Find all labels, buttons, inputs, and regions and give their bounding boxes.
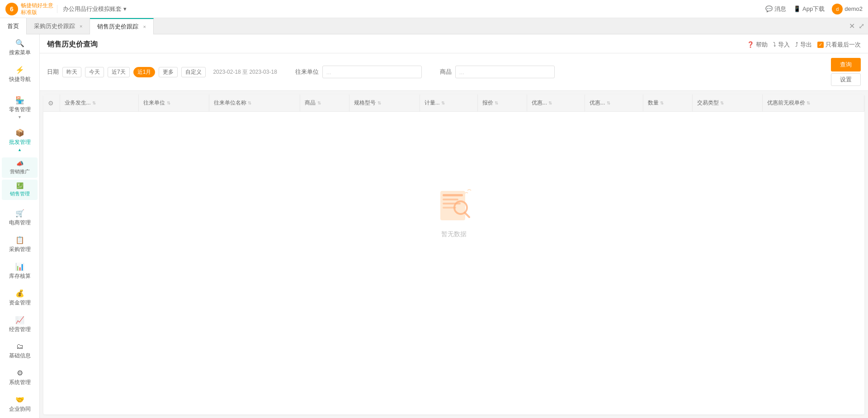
th-biz-date-label: 业务发生... <box>65 100 91 106</box>
app-download-button[interactable]: 📱 App下载 <box>793 5 825 13</box>
table-settings-icon[interactable]: ⚙ <box>48 100 54 107</box>
sidebar-item-finance[interactable]: 💰 资金管理 <box>2 285 38 310</box>
export-button[interactable]: ⤴ 导出 <box>795 41 812 49</box>
tab-purchase-close-btn[interactable]: × <box>80 24 82 29</box>
inventory-icon: 📊 <box>15 262 24 271</box>
sales-icon: 💹 <box>16 182 24 189</box>
last-once-checkbox[interactable]: ✓ 只看最后一次 <box>817 41 861 49</box>
th-discount2: 优惠... ⇅ <box>585 95 643 112</box>
sort-icon-price[interactable]: ⇅ <box>495 100 498 105</box>
cooperation-icon: 🤝 <box>15 395 24 404</box>
sidebar-item-wholesale[interactable]: 📦 批发管理 ▲ <box>2 125 38 156</box>
sidebar-item-inventory[interactable]: 📊 库存核算 <box>2 259 38 284</box>
sidebar-item-marketing[interactable]: 📣 营销推广 <box>2 157 38 178</box>
th-discount1-label: 优惠... <box>532 100 547 106</box>
th-partner-name-label: 往来单位名称 <box>214 100 246 106</box>
partner-filter-label: 往来单位 <box>295 68 319 76</box>
sidebar: 🔍 搜索菜单 ⚡ 快捷导航 🏪 零售管理 ▼ 📦 批发管理 ▲ 📣 营销推广 💹… <box>0 34 40 418</box>
tab-purchase-history[interactable]: 采购历史价跟踪 × <box>27 18 90 34</box>
import-icon: ⤵ <box>773 41 776 48</box>
tab-sales-history[interactable]: 销售历史价跟踪 × <box>90 18 153 34</box>
search-icon: 🔍 <box>15 39 24 48</box>
goods-filter-group: 商品 ... <box>440 66 555 78</box>
sidebar-item-operation-label: 经营管理 <box>9 326 31 333</box>
logo-line1: 畅捷销好生意 <box>21 2 53 9</box>
sidebar-item-finance-label: 资金管理 <box>9 299 31 307</box>
sidebar-item-search-label: 搜索菜单 <box>9 49 31 57</box>
sidebar-item-sales-label: 销售管理 <box>10 190 30 197</box>
filter-actions: 查询 设置 <box>831 58 861 86</box>
app-selector[interactable]: 办公用品行业模拟账套 ▾ <box>57 5 127 13</box>
sidebar-item-ecommerce[interactable]: 🛒 电商管理 <box>2 205 38 230</box>
query-button[interactable]: 查询 <box>831 58 861 71</box>
message-button[interactable]: 💬 消息 <box>765 5 786 13</box>
goods-dots: ... <box>459 69 464 76</box>
yesterday-btn[interactable]: 昨天 <box>62 67 81 77</box>
message-label: 消息 <box>774 5 786 13</box>
sort-icon-spec[interactable]: ⇅ <box>377 100 381 105</box>
logo-icon: 6 <box>5 3 18 15</box>
tab-expand-btn[interactable]: ⤢ <box>859 22 864 30</box>
th-discount2-label: 优惠... <box>590 100 605 106</box>
sort-icon-discount1[interactable]: ⇅ <box>548 100 552 105</box>
th-price-label: 报价 <box>482 100 493 106</box>
tab-bar: 首页 采购历史价跟踪 × 销售历史价跟踪 × ✕ ⤢ <box>0 18 868 34</box>
custom-btn[interactable]: 自定义 <box>181 67 206 77</box>
sort-icon-partner-name[interactable]: ⇅ <box>248 100 251 105</box>
page-title-actions: ❓ 帮助 ⤵ 导入 ⤴ 导出 ✓ 只看最后一次 <box>747 41 861 49</box>
sidebar-item-search[interactable]: 🔍 搜索菜单 <box>2 35 38 60</box>
chevron-down-icon-retail: ▼ <box>18 115 22 119</box>
sidebar-item-system[interactable]: ⚙ 系统管理 <box>2 365 38 390</box>
table-header-row: ⚙ 业务发生... ⇅ 往来单位 ⇅ 往来单位名称 ⇅ <box>43 95 864 112</box>
shortcut-icon: ⚡ <box>15 66 24 74</box>
today-btn[interactable]: 今天 <box>85 67 104 77</box>
sort-icon-unit[interactable]: ⇅ <box>441 100 445 105</box>
date-filter-group: 日期 昨天 今天 近7天 近1月 更多 自定义 <box>47 67 206 77</box>
th-biz-date: 业务发生... ⇅ <box>60 95 139 112</box>
th-settings: ⚙ <box>43 95 60 112</box>
settings-button[interactable]: 设置 <box>831 73 861 86</box>
sidebar-item-shortcut[interactable]: ⚡ 快捷导航 <box>2 62 38 87</box>
empty-state-row: 暂无数据 <box>43 112 864 311</box>
app-selector-label: 办公用品行业模拟账套 <box>63 5 122 13</box>
user-label: demo2 <box>844 5 863 12</box>
sort-icon-partner-code[interactable]: ⇅ <box>167 100 170 105</box>
chevron-down-icon: ▾ <box>123 5 127 12</box>
export-label: 导出 <box>800 41 812 49</box>
more-btn[interactable]: 更多 <box>159 67 178 77</box>
sort-icon-discount2[interactable]: ⇅ <box>607 100 610 105</box>
sidebar-item-basic[interactable]: 🗂 基础信息 <box>2 339 38 363</box>
top-bar-right: 💬 消息 📱 App下载 d demo2 <box>765 4 863 14</box>
sidebar-item-cooperation[interactable]: 🤝 企业协同 <box>2 392 38 417</box>
sort-icon-goods[interactable]: ⇅ <box>317 100 321 105</box>
user-menu[interactable]: d demo2 <box>832 4 863 14</box>
sort-icon-quantity[interactable]: ⇅ <box>660 100 664 105</box>
top-bar: 6 畅捷销好生意 标准版 办公用品行业模拟账套 ▾ 💬 消息 📱 App下载 d… <box>0 0 868 18</box>
sort-icon-biz-date[interactable]: ⇅ <box>92 100 96 105</box>
export-icon: ⤴ <box>795 41 798 48</box>
logo-area: 6 畅捷销好生意 标准版 <box>5 2 53 15</box>
partner-filter-input[interactable]: ... <box>322 66 422 78</box>
sidebar-item-operation[interactable]: 📈 经营管理 <box>2 312 38 337</box>
sort-icon-pretax-price[interactable]: ⇅ <box>807 100 810 105</box>
logo-text: 畅捷销好生意 标准版 <box>21 2 53 15</box>
help-button[interactable]: ❓ 帮助 <box>747 41 768 49</box>
retail-icon: 🏪 <box>15 96 24 104</box>
goods-filter-label: 商品 <box>440 68 452 76</box>
partner-dots: ... <box>326 69 331 76</box>
ecommerce-icon: 🛒 <box>15 209 24 218</box>
last1m-btn[interactable]: 近1月 <box>133 67 156 77</box>
data-table: ⚙ 业务发生... ⇅ 往来单位 ⇅ 往来单位名称 ⇅ <box>43 95 864 311</box>
sidebar-item-purchase[interactable]: 📋 采购管理 <box>2 232 38 257</box>
tab-sales-close-btn[interactable]: × <box>143 24 146 29</box>
sidebar-item-sales[interactable]: 💹 销售管理 <box>2 180 38 200</box>
tab-close-all-btn[interactable]: ✕ <box>849 22 855 30</box>
operation-icon: 📈 <box>15 316 24 324</box>
import-button[interactable]: ⤵ 导入 <box>773 41 790 49</box>
last7-btn[interactable]: 近7天 <box>108 67 130 77</box>
goods-filter-input[interactable]: ... <box>455 66 555 78</box>
sort-icon-trade-type[interactable]: ⇅ <box>720 100 724 105</box>
sidebar-item-retail[interactable]: 🏪 零售管理 ▼ <box>2 92 38 123</box>
empty-state-cell: 暂无数据 <box>43 112 864 311</box>
tab-home[interactable]: 首页 <box>0 18 27 34</box>
